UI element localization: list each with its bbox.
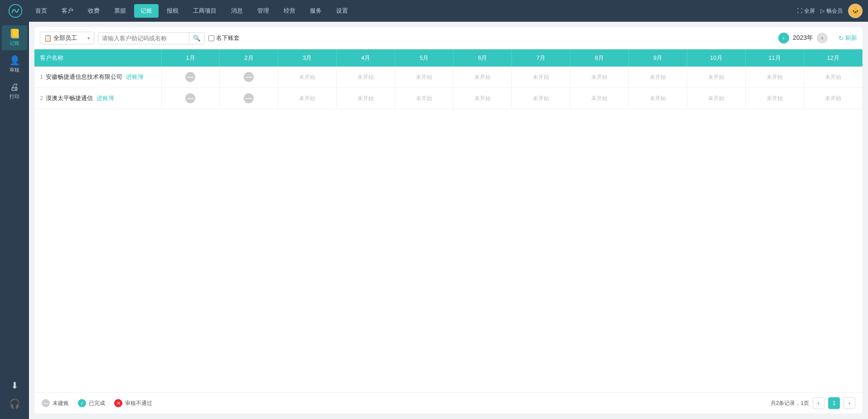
- col-header-11: 11月: [746, 49, 804, 67]
- client-name: 安徽畅捷通信息技术有限公司: [46, 73, 122, 80]
- status-dash-icon: —: [244, 72, 254, 82]
- not-started-label: 未开始: [708, 95, 724, 101]
- nav-item-服务[interactable]: 服务: [304, 4, 328, 18]
- enter-ledger-link[interactable]: 进账簿: [126, 73, 144, 80]
- avatar[interactable]: 🐱: [848, 4, 863, 18]
- month-cell-4: 未开始: [337, 88, 395, 109]
- prev-page-button[interactable]: ‹: [813, 397, 825, 409]
- nav-item-管理[interactable]: 管理: [251, 4, 275, 18]
- nav-item-票据[interactable]: 票据: [108, 4, 132, 18]
- not-started-label: 未开始: [650, 95, 666, 101]
- search-input[interactable]: [98, 33, 189, 44]
- sidebar-item-记账[interactable]: 📒记账: [2, 25, 27, 50]
- not-started-label: 未开始: [299, 95, 315, 101]
- sidebar-item-审核[interactable]: 👤审核: [2, 52, 27, 77]
- col-header-0: 客户名称: [34, 49, 161, 67]
- client-name-cell: 2漠澳太平畅捷通信进账簿: [34, 88, 161, 109]
- sidebar-item-download[interactable]: ⬇: [2, 377, 27, 394]
- enter-ledger-link[interactable]: 进账簿: [96, 95, 114, 101]
- not-started-label: 未开始: [591, 95, 608, 101]
- not-started-label: 未开始: [533, 74, 549, 80]
- own-account-label: 名下账套: [216, 34, 240, 42]
- legend-label: 已完成: [89, 400, 105, 407]
- dropdown-arrow-icon: ▾: [87, 35, 90, 41]
- legend-dot: ✕: [114, 399, 122, 407]
- nav-item-工商项目[interactable]: 工商项目: [187, 4, 223, 18]
- col-header-12: 12月: [804, 49, 862, 67]
- employee-select-label: 全部员工: [53, 34, 86, 42]
- not-started-label: 未开始: [357, 74, 374, 80]
- sidebar-item-support[interactable]: 🎧: [2, 395, 27, 412]
- sidebar-item-打印[interactable]: 🖨打印: [2, 79, 27, 104]
- status-dash-icon: —: [244, 93, 254, 103]
- headset-icon: 🎧: [9, 399, 20, 408]
- legend-label: 未建账: [53, 400, 69, 407]
- month-cell-1: —: [161, 88, 220, 109]
- month-cell-1: —: [161, 67, 220, 88]
- sidebar: 📒记账👤审核🖨打印 ⬇ 🎧: [0, 22, 29, 419]
- not-started-label: 未开始: [650, 74, 666, 80]
- sidebar-icon: 📒: [9, 29, 20, 38]
- month-cell-6: 未开始: [453, 67, 512, 88]
- own-account-checkbox[interactable]: [208, 35, 214, 41]
- not-started-label: 未开始: [474, 74, 491, 80]
- employee-select[interactable]: 📋 全部员工 ▾: [40, 32, 94, 44]
- next-page-button[interactable]: ›: [844, 397, 855, 409]
- month-cell-9: 未开始: [629, 67, 687, 88]
- not-started-label: 未开始: [825, 95, 841, 101]
- own-account-checkbox-label[interactable]: 名下账套: [208, 34, 240, 42]
- col-header-3: 3月: [278, 49, 337, 67]
- prev-year-button[interactable]: ‹: [778, 33, 789, 43]
- not-started-label: 未开始: [708, 74, 724, 80]
- main-table: 客户名称1月2月3月4月5月6月7月8月9月10月11月12月 1安徽畅捷通信息…: [34, 49, 863, 109]
- col-header-7: 7月: [512, 49, 570, 67]
- month-cell-12: 未开始: [804, 88, 862, 109]
- row-number: 2: [40, 95, 43, 101]
- col-header-5: 5月: [395, 49, 453, 67]
- search-box: 🔍: [98, 32, 205, 44]
- month-cell-7: 未开始: [512, 67, 570, 88]
- month-cell-9: 未开始: [629, 88, 687, 109]
- client-name: 漠澳太平畅捷通信: [46, 95, 93, 101]
- col-header-6: 6月: [453, 49, 512, 67]
- nav-item-首页[interactable]: 首页: [29, 4, 53, 18]
- table-header-row: 客户名称1月2月3月4月5月6月7月8月9月10月11月12月: [34, 49, 863, 67]
- not-started-label: 未开始: [357, 95, 374, 101]
- search-button[interactable]: 🔍: [189, 33, 204, 44]
- month-cell-3: 未开始: [278, 67, 337, 88]
- month-cell-10: 未开始: [687, 67, 746, 88]
- next-year-button[interactable]: ›: [817, 33, 828, 43]
- nav-item-设置[interactable]: 设置: [330, 4, 354, 18]
- sidebar-bottom: ⬇ 🎧: [2, 377, 27, 419]
- col-header-4: 4月: [337, 49, 395, 67]
- col-header-2: 2月: [220, 49, 278, 67]
- month-cell-12: 未开始: [804, 67, 862, 88]
- row-number: 1: [40, 73, 43, 80]
- nav-item-报税[interactable]: 报税: [160, 4, 185, 18]
- not-started-label: 未开始: [533, 95, 549, 101]
- month-cell-6: 未开始: [453, 88, 512, 109]
- nav-item-记账[interactable]: 记账: [134, 4, 159, 18]
- legend-item-审核不通过: ✕审核不通过: [114, 399, 152, 407]
- top-nav: 首页客户收费票据记账报税工商项目消息管理经营服务设置 ⛶ 全屏 ▷ 畅会员 🐱: [0, 0, 868, 22]
- col-header-8: 8月: [570, 49, 629, 67]
- fullscreen-icon: ⛶: [797, 8, 802, 14]
- not-started-label: 未开始: [767, 74, 783, 80]
- nav-item-消息[interactable]: 消息: [225, 4, 249, 18]
- record-info: 共2条记录，1页: [771, 400, 809, 407]
- nav-item-收费[interactable]: 收费: [82, 4, 106, 18]
- refresh-label: 刷新: [845, 34, 857, 42]
- month-cell-5: 未开始: [395, 88, 453, 109]
- nav-item-客户[interactable]: 客户: [55, 4, 80, 18]
- toolbar: 📋 全部员工 ▾ 🔍 名下账套 ‹ 2023年 ›: [34, 27, 863, 49]
- nav-item-经营[interactable]: 经营: [277, 4, 302, 18]
- fullscreen-btn[interactable]: ⛶ 全屏: [797, 7, 815, 15]
- vip-btn[interactable]: ▷ 畅会员: [820, 7, 843, 15]
- col-header-9: 9月: [629, 49, 687, 67]
- vip-icon: ▷: [820, 8, 825, 14]
- refresh-button[interactable]: ↻ 刷新: [839, 34, 857, 42]
- content: 📋 全部员工 ▾ 🔍 名下账套 ‹ 2023年 ›: [29, 22, 868, 419]
- table-wrapper: 客户名称1月2月3月4月5月6月7月8月9月10月11月12月 1安徽畅捷通信息…: [34, 49, 863, 392]
- legend-item-未建账: —未建账: [42, 399, 69, 407]
- current-page-button[interactable]: 1: [828, 397, 840, 409]
